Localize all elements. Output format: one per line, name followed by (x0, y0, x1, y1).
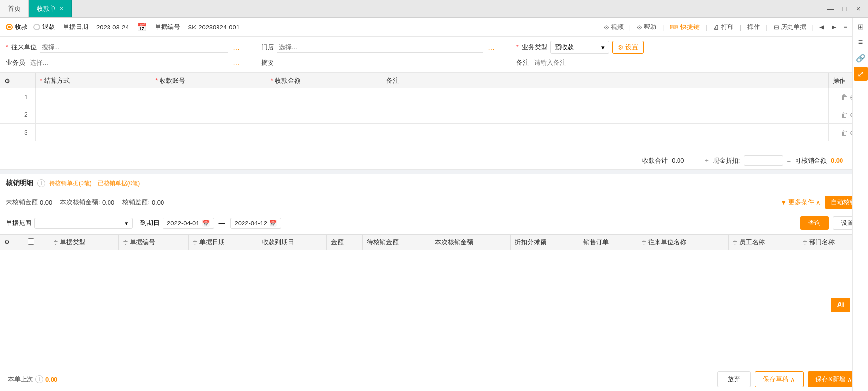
video-btn[interactable]: ⊙ 视频 (602, 22, 625, 32)
calendar-to-icon[interactable]: 📅 (269, 220, 277, 227)
row-settings-3 (0, 124, 16, 141)
pending-tab[interactable]: 待核销单据(0笔) (49, 179, 92, 188)
right-sidebar: ⊞ ≡ 🔗 ⤢ (852, 18, 868, 391)
done-tab[interactable]: 已核销单据(0笔) (98, 179, 140, 188)
receipt-table: ⚙ * 结算方式 * 收款账号 * 收款金额 备注 操作 1 (0, 73, 868, 141)
window-controls: — □ × (825, 3, 868, 15)
next-btn[interactable]: ▶ (830, 23, 838, 31)
plus-sign: + (705, 157, 709, 164)
business-select[interactable]: 预收款 ▾ (550, 41, 609, 54)
store-input[interactable] (277, 42, 483, 53)
tab-receipt[interactable]: 收款单 × (29, 0, 72, 17)
delete-icon-1[interactable]: 🗑 (841, 93, 848, 101)
history-btn[interactable]: ⊟ 历史单据 (772, 22, 808, 32)
save-draft-btn[interactable]: 保存草稿 ∧ (755, 371, 804, 387)
chevron-down-icon2: ▾ (125, 220, 128, 227)
date-from-input[interactable]: 2022-04-01 📅 (163, 218, 214, 229)
receipt-radio-dot (6, 24, 13, 30)
date-from-value: 2022-04-01 (167, 220, 200, 227)
verify-header: 核销明细 i 待核销单据(0笔) 已核销单据(0笔) (0, 174, 868, 193)
col-settings-v[interactable]: ⚙ (0, 235, 24, 250)
minimize-button[interactable]: — (825, 3, 837, 15)
cell-account-2[interactable] (151, 106, 267, 124)
current-stat: 本次核销金额: 0.00 (60, 198, 114, 207)
chevron-up-icon: ∧ (816, 199, 821, 206)
toolbar: 收款 退款 单据日期 2023-03-24 📅 单据编号 SK-20230324… (0, 18, 868, 37)
window-close-button[interactable]: × (852, 3, 864, 15)
chevron-new-icon[interactable]: ∧ (847, 376, 852, 383)
receipt-radio[interactable]: 收款 (6, 23, 27, 31)
chevron-down-icon: ▾ (601, 44, 605, 51)
discard-btn[interactable]: 放弃 (717, 371, 751, 387)
partner-field: * 往来单位 … (6, 42, 242, 53)
chevron-draft-icon[interactable]: ∧ (790, 376, 795, 383)
store-label: 门店 (261, 43, 274, 52)
range-select[interactable]: ▾ (34, 218, 133, 229)
col-account: * 收款账号 (151, 73, 267, 88)
settings-button[interactable]: ⚙ 设置 (612, 41, 644, 54)
ai-button[interactable]: Ai (831, 298, 850, 312)
col-checkbox[interactable] (24, 235, 49, 250)
collection-total-label: 收款合计 (642, 156, 668, 165)
required-star: * (6, 44, 8, 51)
print-btn[interactable]: 🖨 打印 (711, 22, 736, 32)
refund-radio[interactable]: 退款 (33, 23, 55, 31)
cell-remark-3[interactable] (382, 124, 829, 141)
col-doc-date: ≑ 单据日期 (188, 235, 258, 250)
cell-amount-3[interactable] (267, 124, 382, 141)
shortcut-btn[interactable]: ⌨ 快捷键 (668, 22, 702, 32)
partner-input[interactable] (40, 42, 228, 53)
sidebar-link-icon[interactable]: 🔗 (854, 51, 868, 65)
cash-discount-input[interactable] (744, 155, 783, 166)
remark-input[interactable] (532, 57, 862, 68)
filter-row: 单据范围 ▾ 到期日 2022-04-01 📅 — 2022-04-12 📅 (0, 212, 868, 234)
staff-more-btn[interactable]: … (231, 59, 242, 67)
cell-settlement-3[interactable] (36, 124, 151, 141)
cell-amount-2[interactable] (267, 106, 382, 124)
sidebar-expand-icon[interactable]: ⤢ (854, 67, 868, 81)
maximize-button[interactable]: □ (839, 3, 850, 15)
tab-home[interactable]: 首页 (0, 0, 29, 17)
more-conditions-btn[interactable]: ▼ 更多条件 ∧ (780, 198, 821, 207)
summary-label: 摘要 (261, 58, 274, 67)
tab-close-icon[interactable]: × (60, 5, 63, 12)
cell-amount-1[interactable] (267, 88, 382, 106)
delete-icon-2[interactable]: 🗑 (841, 111, 848, 119)
print-icon: 🖨 (713, 24, 720, 31)
verify-stats: 未核销金额 0.00 本次核销金额: 0.00 核销差额: 0.00 ▼ 更多条… (0, 193, 868, 212)
info-icon[interactable]: i (37, 179, 45, 187)
calendar-icon[interactable]: 📅 (137, 23, 147, 32)
help-btn[interactable]: ⊙ 帮助 (635, 22, 658, 32)
prev-btn[interactable]: ◀ (817, 23, 826, 31)
date-to-input[interactable]: 2022-04-12 📅 (230, 218, 282, 229)
cell-settlement-1[interactable] (36, 88, 151, 106)
business-field: * 业务类型 预收款 ▾ ⚙ 设置 (516, 41, 862, 54)
staff-input[interactable] (28, 57, 228, 68)
cell-settlement-2[interactable] (36, 106, 151, 124)
query-btn[interactable]: 查询 (800, 216, 829, 230)
cell-account-1[interactable] (151, 88, 267, 106)
number-label: 单据编号 (155, 23, 180, 31)
cell-remark-1[interactable] (382, 88, 829, 106)
bottom-info-icon[interactable]: i (35, 375, 43, 383)
cell-remark-2[interactable] (382, 106, 829, 124)
summary-input[interactable] (277, 57, 497, 68)
calendar-from-icon[interactable]: 📅 (202, 220, 210, 227)
list-view-btn[interactable]: ≡ (842, 23, 849, 31)
row-num-header (16, 73, 36, 88)
range-field: 单据范围 ▾ (6, 218, 133, 229)
operation-btn[interactable]: 操作 (745, 22, 762, 32)
verify-stats-right: ▼ 更多条件 ∧ 自动核销 (780, 196, 862, 209)
video-icon: ⊙ (604, 24, 609, 31)
main-content: 收款 退款 单据日期 2023-03-24 📅 单据编号 SK-20230324… (0, 18, 868, 391)
table-settings-header[interactable]: ⚙ (0, 73, 16, 88)
sidebar-table-icon[interactable]: ⊞ (854, 20, 868, 33)
cell-account-3[interactable] (151, 124, 267, 141)
store-more-btn[interactable]: … (486, 43, 497, 51)
delete-icon-3[interactable]: 🗑 (841, 129, 848, 137)
sidebar-list-icon[interactable]: ≡ (854, 35, 868, 49)
select-all-checkbox[interactable] (28, 238, 34, 245)
summary-field: 摘要 (261, 57, 497, 68)
gear-icon: ⚙ (618, 44, 624, 51)
partner-more-btn[interactable]: … (231, 43, 242, 51)
